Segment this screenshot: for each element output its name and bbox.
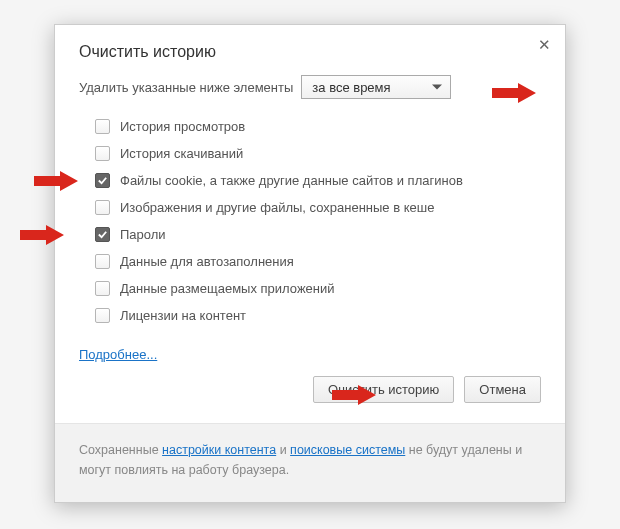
checkbox[interactable]	[95, 281, 110, 296]
checkbox-list: История просмотровИстория скачиванийФайл…	[55, 109, 565, 333]
checkbox-row: История просмотров	[79, 113, 541, 140]
dialog-title: Очистить историю	[79, 43, 541, 61]
close-icon[interactable]: ✕	[538, 37, 551, 52]
checkbox-label: Изображения и другие файлы, сохраненные …	[120, 200, 434, 215]
time-range-select[interactable]: за все время	[301, 75, 451, 99]
checkbox[interactable]	[95, 173, 110, 188]
checkbox-row: Файлы cookie, а также другие данные сайт…	[79, 167, 541, 194]
prompt-label: Удалить указанные ниже элементы	[79, 80, 293, 95]
footer-text: Сохраненные	[79, 443, 162, 457]
clear-history-button[interactable]: Очистить историю	[313, 376, 454, 403]
checkbox-row: Данные размещаемых приложений	[79, 275, 541, 302]
checkbox-label: История скачиваний	[120, 146, 243, 161]
checkbox[interactable]	[95, 227, 110, 242]
checkbox[interactable]	[95, 146, 110, 161]
checkbox-row: Изображения и другие файлы, сохраненные …	[79, 194, 541, 221]
checkbox-label: Данные размещаемых приложений	[120, 281, 335, 296]
time-range-value: за все время	[312, 80, 390, 95]
clear-history-dialog: Очистить историю ✕ Удалить указанные ниж…	[54, 24, 566, 503]
checkbox-label: Пароли	[120, 227, 166, 242]
checkbox-row: Пароли	[79, 221, 541, 248]
checkbox-label: Данные для автозаполнения	[120, 254, 294, 269]
checkbox[interactable]	[95, 254, 110, 269]
checkbox-label: История просмотров	[120, 119, 245, 134]
checkbox-row: Лицензии на контент	[79, 302, 541, 329]
checkbox-label: Файлы cookie, а также другие данные сайт…	[120, 173, 463, 188]
checkbox-label: Лицензии на контент	[120, 308, 246, 323]
checkbox[interactable]	[95, 308, 110, 323]
checkbox-row: История скачиваний	[79, 140, 541, 167]
chevron-down-icon	[432, 85, 442, 90]
checkbox-row: Данные для автозаполнения	[79, 248, 541, 275]
dialog-footer-note: Сохраненные настройки контента и поисков…	[55, 423, 565, 502]
learn-more-link[interactable]: Подробнее...	[79, 347, 157, 362]
checkbox[interactable]	[95, 119, 110, 134]
checkbox[interactable]	[95, 200, 110, 215]
footer-text: и	[276, 443, 290, 457]
search-engines-link[interactable]: поисковые системы	[290, 443, 405, 457]
cancel-button[interactable]: Отмена	[464, 376, 541, 403]
content-settings-link[interactable]: настройки контента	[162, 443, 276, 457]
